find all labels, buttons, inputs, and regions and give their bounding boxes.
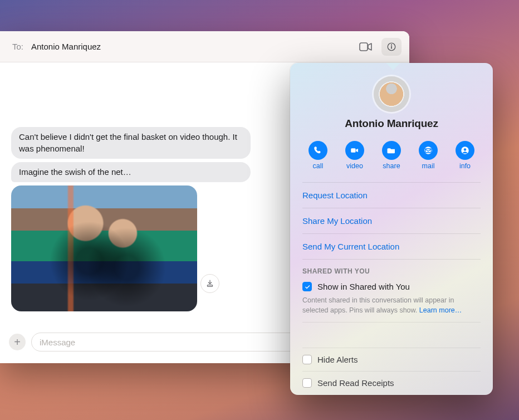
download-icon (205, 279, 214, 288)
mail-action[interactable]: mail (413, 141, 444, 170)
received-image-attachment[interactable] (11, 185, 197, 311)
request-location-link[interactable]: Request Location (302, 183, 481, 208)
contact-avatar[interactable] (374, 76, 409, 112)
to-recipient-name[interactable]: Antonio Manriquez (31, 42, 101, 51)
share-folder-icon (386, 145, 396, 155)
show-in-shared-checkbox[interactable] (302, 282, 312, 291)
to-label: To: (12, 42, 23, 51)
checkmark-icon (304, 284, 311, 290)
apps-plus-button[interactable]: + (9, 334, 26, 350)
contact-action-row: call video share mail info (302, 141, 481, 170)
svg-point-2 (391, 44, 392, 45)
video-icon (350, 145, 360, 155)
person-circle-icon (460, 145, 470, 155)
mail-icon (423, 145, 433, 155)
svg-rect-4 (207, 285, 212, 287)
info-action[interactable]: info (449, 141, 481, 170)
hide-alerts-checkbox[interactable] (302, 355, 312, 364)
mail-action-label: mail (422, 162, 435, 170)
contact-name: Antonio Manriquez (302, 118, 481, 130)
phone-icon (313, 145, 323, 155)
share-my-location-link[interactable]: Share My Location (302, 208, 481, 233)
send-current-location-link[interactable]: Send My Current Location (302, 234, 481, 259)
send-read-receipts-checkbox[interactable] (302, 378, 312, 388)
shared-with-you-help: Content shared in this conversation will… (302, 296, 481, 322)
info-button[interactable] (381, 38, 402, 56)
call-action[interactable]: call (302, 141, 334, 170)
share-action-label: share (383, 162, 400, 170)
hide-alerts-row[interactable]: Hide Alerts (302, 348, 481, 371)
facetime-video-button[interactable] (356, 38, 376, 56)
send-read-receipts-label: Send Read Receipts (317, 378, 394, 388)
call-action-label: call (313, 162, 324, 170)
plus-icon: + (14, 336, 21, 348)
svg-rect-5 (351, 148, 355, 153)
save-attachment-button[interactable] (200, 274, 219, 293)
learn-more-link[interactable]: Learn more… (419, 306, 462, 314)
conversation-toolbar: To: Antonio Manriquez (0, 31, 409, 62)
shared-with-you-title: SHARED WITH YOU (302, 260, 481, 275)
video-action[interactable]: video (339, 141, 370, 170)
show-in-shared-label: Show in Shared with You (317, 282, 410, 291)
received-message-bubble-2[interactable]: Imagine the swish of the net… (11, 162, 251, 182)
message-input-placeholder: iMessage (40, 338, 75, 347)
contact-info-popover: Antonio Manriquez call video share mail … (290, 63, 493, 395)
svg-rect-3 (391, 46, 392, 48)
hide-alerts-label: Hide Alerts (317, 355, 358, 364)
svg-rect-0 (360, 43, 368, 51)
received-message-bubble-1[interactable]: Can't believe I didn't get the final bas… (11, 127, 251, 159)
share-action[interactable]: share (376, 141, 407, 170)
show-in-shared-checkbox-row[interactable]: Show in Shared with You (302, 275, 481, 296)
svg-point-9 (464, 148, 467, 151)
info-action-label: info (459, 162, 471, 170)
info-circle-icon (385, 42, 398, 52)
video-camera-icon (359, 42, 373, 52)
send-read-receipts-row[interactable]: Send Read Receipts (302, 371, 481, 394)
video-action-label: video (346, 162, 363, 170)
